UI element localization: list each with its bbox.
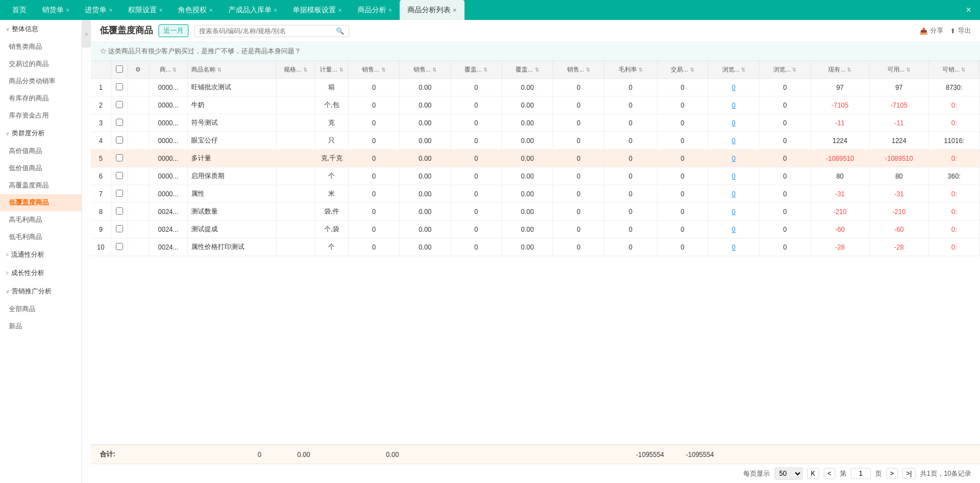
- nav-close-icon[interactable]: ×: [66, 7, 69, 13]
- th-cover-a[interactable]: 覆盖... ⇅: [451, 61, 502, 79]
- cell-index: 8: [91, 203, 111, 221]
- nav-sales-order[interactable]: 销货单 ×: [34, 0, 77, 20]
- last-page-button[interactable]: >|: [902, 468, 916, 479]
- th-settings[interactable]: ⚙: [127, 61, 149, 79]
- first-page-button[interactable]: K: [807, 468, 819, 479]
- cell-browse-a[interactable]: 0: [708, 238, 759, 256]
- nav-goods-analysis[interactable]: 商品分析 ×: [350, 0, 400, 20]
- cell-checkbox[interactable]: [111, 185, 127, 203]
- cell-checkbox[interactable]: [111, 221, 127, 238]
- sidebar-section-marketing[interactable]: ∨ 营销推广分析: [0, 282, 81, 301]
- nav-close-all-button[interactable]: ×: [962, 5, 976, 15]
- nav-permission[interactable]: 权限设置 ×: [120, 0, 170, 20]
- row-checkbox[interactable]: [116, 136, 123, 144]
- cell-browse-a[interactable]: 0: [708, 150, 759, 167]
- nav-close-icon[interactable]: ×: [274, 7, 277, 13]
- row-checkbox[interactable]: [116, 207, 123, 215]
- th-trade[interactable]: 交易... ⇅: [657, 61, 708, 79]
- page-number-input[interactable]: [851, 468, 871, 479]
- period-button[interactable]: 近一月: [159, 24, 188, 37]
- cell-checkbox[interactable]: [111, 203, 127, 221]
- sidebar-item-high-gross[interactable]: 高毛利商品: [0, 211, 81, 228]
- sidebar-collapse-button[interactable]: «: [82, 20, 91, 48]
- sidebar-section-circulation[interactable]: > 流通性分析: [0, 246, 81, 264]
- nav-close-icon[interactable]: ×: [159, 7, 162, 13]
- nav-home[interactable]: 首页: [4, 0, 34, 20]
- sidebar-item-low-coverage[interactable]: 低覆盖度商品: [0, 194, 81, 211]
- row-checkbox[interactable]: [116, 172, 123, 179]
- nav-purchase[interactable]: 进货单 ×: [77, 0, 120, 20]
- cell-browse-a[interactable]: 0: [708, 185, 759, 203]
- th-browse-a[interactable]: 浏览... ⇅: [708, 61, 759, 79]
- th-browse-b[interactable]: 浏览... ⇅: [759, 61, 810, 79]
- sidebar-item-low-gross[interactable]: 低毛利商品: [0, 228, 81, 246]
- th-unit[interactable]: 计量... ⇅: [315, 61, 348, 79]
- cell-checkbox[interactable]: [111, 132, 127, 150]
- search-input[interactable]: [199, 27, 333, 35]
- row-checkbox[interactable]: [116, 243, 123, 250]
- cell-available: 1224: [870, 132, 928, 150]
- th-current[interactable]: 现有... ⇅: [810, 61, 869, 79]
- row-checkbox[interactable]: [116, 225, 123, 232]
- cell-checkbox[interactable]: [111, 238, 127, 256]
- sidebar-item-sales-goods[interactable]: 销售类商品: [0, 38, 81, 55]
- th-sales-qty[interactable]: 销售... ⇅: [348, 61, 399, 79]
- sidebar-item-stock-goods[interactable]: 有库存的商品: [0, 90, 81, 107]
- export-button[interactable]: ⬆ 导出: [950, 26, 971, 35]
- sidebar-item-new-goods[interactable]: 新品: [0, 318, 81, 335]
- sidebar-section-overall[interactable]: ∨ 整体信息: [0, 20, 81, 38]
- cell-checkbox[interactable]: [111, 114, 127, 132]
- th-code[interactable]: 商... ⇅: [149, 61, 187, 79]
- th-gross-rate[interactable]: 毛利率 ⇅: [604, 61, 657, 79]
- cell-checkbox[interactable]: [111, 79, 127, 96]
- cell-checkbox[interactable]: [111, 96, 127, 114]
- sidebar-item-high-value[interactable]: 高价值商品: [0, 143, 81, 160]
- row-checkbox[interactable]: [116, 154, 123, 161]
- row-checkbox[interactable]: [116, 119, 123, 126]
- nav-close-icon[interactable]: ×: [209, 7, 212, 13]
- search-icon[interactable]: 🔍: [336, 27, 344, 35]
- th-spec[interactable]: 规格... ⇅: [276, 61, 315, 79]
- sidebar-item-low-value[interactable]: 低价值商品: [0, 160, 81, 177]
- sidebar-item-high-coverage[interactable]: 高覆盖度商品: [0, 177, 81, 194]
- cell-browse-a[interactable]: 0: [708, 203, 759, 221]
- cell-trade: 0: [657, 96, 708, 114]
- row-checkbox[interactable]: [116, 101, 123, 108]
- cell-browse-a[interactable]: 0: [708, 221, 759, 238]
- prev-page-button[interactable]: <: [824, 468, 835, 479]
- row-checkbox[interactable]: [116, 83, 123, 90]
- row-checkbox[interactable]: [116, 190, 123, 197]
- cell-browse-a[interactable]: 0: [708, 96, 759, 114]
- th-sellable[interactable]: 可销... ⇅: [928, 61, 979, 79]
- nav-product-in[interactable]: 产成品入库单 ×: [221, 0, 285, 20]
- nav-close-icon[interactable]: ×: [338, 7, 341, 13]
- cell-browse-a[interactable]: 0: [708, 167, 759, 185]
- nav-role[interactable]: 角色授权 ×: [170, 0, 220, 20]
- th-sales-c[interactable]: 销售... ⇅: [553, 61, 604, 79]
- cell-checkbox[interactable]: [111, 150, 127, 167]
- sidebar-section-cluster[interactable]: ∨ 类群度分析: [0, 124, 81, 143]
- th-sales-amt[interactable]: 销售... ⇅: [400, 61, 451, 79]
- select-all-checkbox[interactable]: [116, 65, 123, 73]
- share-button[interactable]: 📤 分享: [920, 26, 943, 35]
- nav-goods-analysis-list[interactable]: 商品分析列表 ×: [400, 0, 464, 20]
- cell-checkbox[interactable]: [111, 167, 127, 185]
- cell-name: 符号测试: [187, 114, 276, 132]
- sidebar-item-all-goods[interactable]: 全部商品: [0, 301, 81, 318]
- nav-close-icon[interactable]: ×: [109, 7, 112, 13]
- next-page-button[interactable]: >: [886, 468, 898, 479]
- cell-browse-a[interactable]: 0: [708, 114, 759, 132]
- th-name[interactable]: 商品名称 ⇅: [187, 61, 276, 79]
- sidebar-item-category-rate[interactable]: 商品分类动销率: [0, 73, 81, 90]
- sidebar-section-growth[interactable]: > 成长性分析: [0, 264, 81, 282]
- th-cover-b[interactable]: 覆盖... ⇅: [502, 61, 553, 79]
- sidebar-item-stock-capital[interactable]: 库存资金占用: [0, 107, 81, 124]
- nav-close-icon[interactable]: ×: [389, 7, 392, 13]
- nav-close-icon[interactable]: ×: [453, 7, 456, 13]
- per-page-select[interactable]: 50 100 200: [774, 467, 803, 480]
- cell-browse-a[interactable]: 0: [708, 79, 759, 96]
- cell-browse-a[interactable]: 0: [708, 132, 759, 150]
- sidebar-item-traded-goods[interactable]: 交易过的商品: [0, 55, 81, 73]
- nav-template[interactable]: 单据模板设置 ×: [285, 0, 349, 20]
- th-available[interactable]: 可用... ⇅: [870, 61, 928, 79]
